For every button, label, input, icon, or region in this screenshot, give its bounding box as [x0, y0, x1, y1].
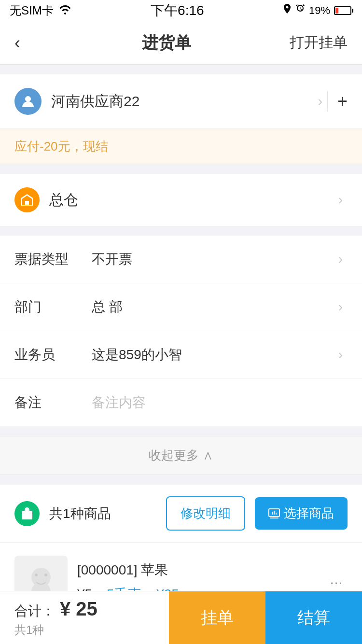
status-time: 下午6:16: [151, 1, 204, 20]
warehouse-name: 总仓: [49, 190, 338, 210]
invoice-label: 票据类型: [14, 250, 82, 268]
svg-rect-2: [22, 511, 32, 519]
sales-chevron-icon: ›: [338, 347, 343, 363]
sales-label: 业务员: [14, 346, 82, 364]
warehouse-icon: [14, 187, 40, 212]
product-header: 共1种商品 修改明细 选择商品: [0, 485, 362, 542]
supplier-avatar: [14, 88, 42, 115]
remark-label: 备注: [14, 393, 82, 412]
notice-bar: 应付-20元，现结: [0, 129, 362, 164]
dept-row[interactable]: 部门 总 部 ›: [0, 283, 362, 331]
remark-input[interactable]: 备注内容: [92, 393, 348, 412]
dept-chevron-icon: ›: [338, 299, 343, 315]
svg-point-5: [35, 574, 38, 576]
total-amount: ¥ 25: [60, 598, 97, 620]
select-product-label: 选择商品: [284, 505, 334, 522]
invoice-value: 不开票: [92, 250, 338, 268]
dept-value: 总 部: [92, 298, 338, 316]
remark-row[interactable]: 备注 备注内容: [0, 379, 362, 426]
status-bar: 无SIM卡 下午6:16 19%: [0, 0, 362, 21]
form-section: 票据类型 不开票 › 部门 总 部 › 业务员 这是859的小智 › 备注 备注…: [0, 236, 362, 426]
warehouse-chevron-icon: ›: [338, 192, 343, 208]
checkout-button[interactable]: 结算: [265, 591, 362, 644]
svg-point-6: [44, 574, 47, 576]
supplier-name: 河南供应商22: [51, 92, 318, 112]
warehouse-card: 总仓 ›: [0, 174, 362, 226]
carrier-text: 无SIM卡: [10, 3, 54, 18]
total-label-text: 合计：: [14, 602, 55, 620]
page-title: 进货单: [142, 32, 191, 54]
alarm-icon: [295, 4, 305, 17]
notice-text: 应付-20元，现结: [14, 139, 108, 154]
product-count: 共1种商品: [49, 504, 156, 523]
add-button[interactable]: +: [327, 91, 348, 112]
invoice-row[interactable]: 票据类型 不开票 ›: [0, 236, 362, 283]
svg-rect-1: [25, 201, 29, 205]
dept-label: 部门: [14, 298, 82, 316]
invoice-chevron-icon: ›: [338, 252, 343, 267]
status-left: 无SIM卡: [10, 3, 72, 18]
total-sub: 共1种: [14, 622, 154, 638]
warehouse-row[interactable]: 总仓 ›: [0, 174, 362, 226]
total-label: 合计： ¥ 25: [14, 598, 154, 620]
product-icon: [14, 501, 40, 526]
status-right: 19%: [283, 4, 352, 17]
svg-point-0: [25, 96, 31, 102]
edit-detail-button[interactable]: 修改明细: [166, 496, 245, 531]
sales-value: 这是859的小智: [92, 346, 338, 364]
collapse-bar[interactable]: 收起更多 ∧: [0, 436, 362, 475]
product-name: [0000001] 苹果: [77, 561, 315, 579]
content: 河南供应商22 › + 应付-20元，现结 总仓 › 票据类型 不开票 ›: [0, 74, 362, 644]
bottom-bar: 合计： ¥ 25 共1种 挂单 结算: [0, 591, 362, 644]
location-icon: [283, 4, 292, 17]
total-section: 合计： ¥ 25 共1种: [0, 598, 169, 638]
battery-text: 19%: [309, 4, 330, 17]
supplier-row[interactable]: 河南供应商22 › +: [0, 74, 362, 129]
back-button[interactable]: ‹: [14, 33, 43, 53]
select-product-button[interactable]: 选择商品: [255, 497, 348, 530]
supplier-card: 河南供应商22 › + 应付-20元，现结: [0, 74, 362, 164]
hold-button[interactable]: 挂单: [169, 591, 265, 644]
nav-bar: ‹ 进货单 打开挂单: [0, 21, 362, 65]
open-hold-button[interactable]: 打开挂单: [290, 33, 348, 53]
supplier-chevron-icon: ›: [318, 94, 322, 109]
battery-icon: [334, 6, 352, 15]
wifi-icon: [58, 4, 72, 17]
sales-row[interactable]: 业务员 这是859的小智 ›: [0, 331, 362, 379]
